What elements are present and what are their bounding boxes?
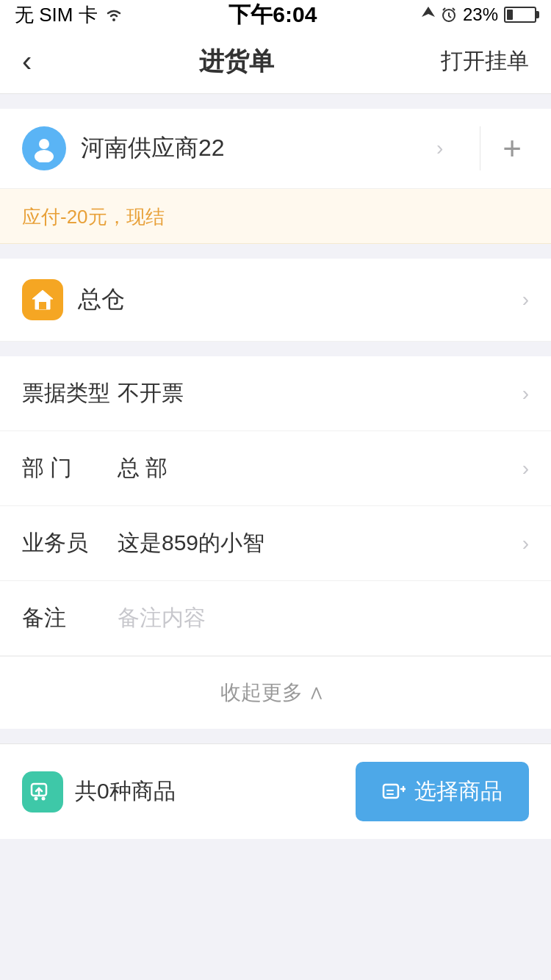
salesperson-value: 这是859的小智: [118, 528, 522, 558]
svg-line-4: [449, 16, 451, 18]
vertical-divider: [480, 126, 480, 170]
warehouse-chevron-icon: ›: [522, 288, 529, 311]
svg-line-6: [453, 8, 455, 10]
salesperson-chevron-icon: ›: [522, 532, 529, 555]
supplier-row[interactable]: 河南供应商22 › +: [0, 109, 551, 189]
spacer-2: [0, 244, 551, 259]
main-content: 河南供应商22 › + 应付-20元，现结 总仓 › 票据类型 不开票 ›: [0, 94, 551, 839]
signal-text: 无 SIM 卡: [15, 2, 98, 28]
notice-text: 应付-20元，现结: [22, 206, 165, 228]
product-icon-bg: [22, 771, 63, 813]
department-value: 总 部: [118, 453, 522, 483]
select-product-button[interactable]: 选择商品: [356, 762, 529, 821]
status-bar: 无 SIM 卡 下午6:04 23%: [0, 0, 551, 29]
form-section: 票据类型 不开票 › 部 门 总 部 › 业务员 这是859的小智 › 备注 备…: [0, 356, 551, 729]
svg-point-7: [39, 139, 49, 149]
nav-bar: ‹ 进货单 打开挂单: [0, 29, 551, 94]
warehouse-icon-bg: [22, 279, 63, 320]
status-time: 下午6:04: [228, 0, 317, 30]
status-left: 无 SIM 卡: [15, 2, 124, 28]
select-product-label: 选择商品: [414, 777, 503, 807]
warehouse-row[interactable]: 总仓 ›: [0, 259, 551, 342]
notice-banner: 应付-20元，现结: [0, 189, 551, 244]
department-row[interactable]: 部 门 总 部 ›: [0, 431, 551, 506]
open-pending-button[interactable]: 打开挂单: [441, 46, 529, 76]
page-title: 进货单: [199, 45, 274, 79]
spacer-3: [0, 342, 551, 356]
supplier-name: 河南供应商22: [81, 132, 436, 165]
invoice-type-value: 不开票: [118, 378, 522, 408]
collapse-row[interactable]: 收起更多 ∧: [0, 656, 551, 729]
spacer-1: [0, 94, 551, 109]
back-button[interactable]: ‹: [22, 45, 32, 78]
location-icon: [422, 7, 435, 23]
department-chevron-icon: ›: [522, 457, 529, 480]
invoice-type-chevron-icon: ›: [522, 382, 529, 406]
product-info: 共0种商品: [22, 771, 176, 813]
svg-point-8: [35, 150, 54, 162]
alarm-icon: [441, 7, 457, 23]
select-product-icon: [382, 782, 406, 802]
supplier-section: 河南供应商22 › + 应付-20元，现结: [0, 109, 551, 244]
wifi-icon: [104, 7, 124, 22]
remark-input[interactable]: 备注内容: [118, 603, 529, 633]
collapse-label: 收起更多 ∧: [220, 679, 325, 707]
svg-point-0: [112, 18, 115, 21]
svg-line-5: [443, 8, 445, 10]
house-icon: [31, 289, 54, 311]
svg-marker-1: [422, 7, 435, 17]
warehouse-label: 总仓: [78, 284, 522, 316]
salesperson-label: 业务员: [22, 528, 118, 558]
bottom-bar: 共0种商品 选择商品: [0, 743, 551, 839]
remark-row[interactable]: 备注 备注内容: [0, 581, 551, 656]
spacer-4: [0, 729, 551, 743]
add-supplier-button[interactable]: +: [495, 130, 529, 167]
invoice-type-row[interactable]: 票据类型 不开票 ›: [0, 356, 551, 431]
person-icon: [30, 134, 58, 162]
battery-icon: [504, 7, 536, 23]
cart-icon: [30, 781, 55, 803]
department-label: 部 门: [22, 453, 118, 483]
svg-point-13: [35, 796, 38, 800]
status-right: 23%: [422, 4, 536, 25]
svg-point-14: [42, 796, 46, 800]
svg-rect-10: [39, 302, 46, 309]
battery-percent: 23%: [463, 4, 498, 25]
product-count-text: 共0种商品: [75, 777, 176, 807]
invoice-type-label: 票据类型: [22, 378, 118, 408]
remark-label: 备注: [22, 603, 118, 633]
supplier-avatar: [22, 126, 66, 170]
supplier-chevron-icon: ›: [436, 137, 443, 160]
salesperson-row[interactable]: 业务员 这是859的小智 ›: [0, 506, 551, 581]
